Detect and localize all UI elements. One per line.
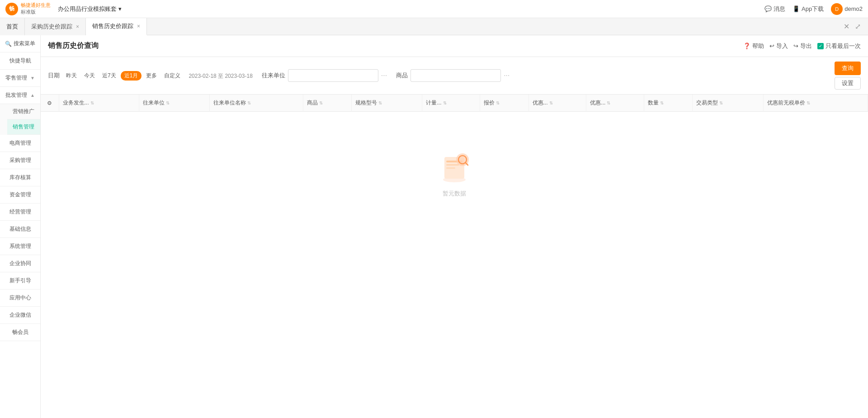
col-biz-date[interactable]: 业务发生...⇅: [59, 95, 139, 112]
goods-dots-btn[interactable]: ···: [504, 71, 509, 80]
sidebar-basic-info-label: 基础信息: [9, 225, 31, 233]
sidebar-item-member[interactable]: 畅会员: [0, 324, 40, 341]
sidebar-item-marketing[interactable]: 营销推广: [7, 104, 40, 119]
search-btn[interactable]: 查询: [835, 62, 861, 75]
sidebar-item-sales-mgmt[interactable]: 销售管理: [7, 119, 40, 135]
col-trade-type[interactable]: 交易类型⇅: [693, 95, 764, 112]
sidebar-item-guide[interactable]: 新手引导: [0, 272, 40, 290]
dropdown-icon: ▾: [118, 5, 122, 12]
date-opt-last7[interactable]: 近7天: [99, 71, 119, 81]
help-btn[interactable]: ❓ 帮助: [743, 42, 764, 50]
export-icon: ↪: [793, 43, 798, 49]
sidebar-operations-label: 经营管理: [9, 208, 31, 216]
sidebar-cooperation-label: 企业协同: [9, 260, 31, 267]
sidebar-item-purchase-mgmt[interactable]: 采购管理: [0, 152, 40, 169]
sidebar-item-app-center[interactable]: 应用中心: [0, 290, 40, 307]
sidebar-item-cooperation[interactable]: 企业协同: [0, 255, 40, 272]
app-sublabel: 标准版: [21, 9, 51, 15]
partner-dots-btn[interactable]: ···: [381, 71, 387, 80]
workspace-dropdown[interactable]: 办公用品行业模拟账套 ▾: [54, 3, 125, 15]
settings-btn[interactable]: 设置: [835, 77, 861, 90]
page-title: 销售历史价查询: [48, 41, 99, 51]
table-header-row: ⚙ 业务发生...⇅ 往来单位⇅ 往来单位名称⇅ 商品⇅ 规格型号⇅ 计量...…: [41, 95, 868, 112]
app-download-label: App下载: [802, 5, 824, 13]
tab-home[interactable]: 首页: [0, 18, 25, 35]
window-maximize-btn[interactable]: ⤢: [853, 21, 863, 32]
sidebar-quick-nav-label: 快捷导航: [9, 57, 31, 65]
goods-filter-group: 商品 ···: [396, 69, 509, 82]
top-bar: 畅 畅捷通好生意 标准版 办公用品行业模拟账套 ▾ 💬 消息 📱 App下载 D…: [0, 0, 868, 18]
tab-bar: 首页 采购历史价跟踪 × 销售历史价跟踪 × ✕ ⤢: [0, 18, 868, 35]
sidebar-item-enterprise-wechat[interactable]: 企业微信: [0, 307, 40, 324]
import-label: 导入: [776, 42, 788, 50]
sidebar-item-operations[interactable]: 经营管理: [0, 204, 40, 221]
date-opt-today[interactable]: 今天: [81, 71, 98, 81]
workspace-title: 办公用品行业模拟账套: [58, 5, 117, 13]
col-quote[interactable]: 报价⇅: [480, 95, 528, 112]
sidebar-item-quick-nav[interactable]: 快捷导航: [0, 52, 40, 70]
goods-input[interactable]: [410, 69, 501, 82]
top-bar-left: 畅 畅捷通好生意 标准版 办公用品行业模拟账套 ▾: [5, 2, 125, 15]
col-pretax-price[interactable]: 优惠前无税单价⇅: [764, 95, 868, 112]
sidebar-item-basic-info[interactable]: 基础信息: [0, 221, 40, 238]
sidebar-item-wholesale[interactable]: 批发管理 ▲: [0, 87, 40, 104]
col-partner-name[interactable]: 往来单位名称⇅: [210, 95, 303, 112]
retail-arrow-icon: ▼: [30, 76, 35, 81]
col-discount1[interactable]: 优惠...⇅: [528, 95, 586, 112]
only-last-label: 只看最后一次: [826, 42, 861, 50]
user-profile[interactable]: D demo2: [831, 3, 863, 15]
logo-area: 畅 畅捷通好生意 标准版: [5, 2, 51, 15]
tab-purchase-close[interactable]: ×: [76, 24, 79, 30]
sidebar-finance-label: 资金管理: [9, 191, 31, 199]
sidebar-item-retail[interactable]: 零售管理 ▼: [0, 70, 40, 87]
only-last-checkbox[interactable]: ✓: [817, 43, 824, 49]
table-header: ⚙ 业务发生...⇅ 往来单位⇅ 往来单位名称⇅ 商品⇅ 规格型号⇅ 计量...…: [41, 95, 868, 112]
sidebar-item-inventory[interactable]: 库存核算: [0, 169, 40, 186]
window-close-btn[interactable]: ✕: [842, 21, 851, 32]
tab-sales[interactable]: 销售历史价跟踪 ×: [86, 18, 147, 35]
message-btn[interactable]: 💬 消息: [764, 5, 785, 13]
import-btn[interactable]: ↩ 导入: [769, 42, 788, 50]
sidebar-item-finance[interactable]: 资金管理: [0, 186, 40, 204]
sidebar-guide-label: 新手引导: [9, 277, 31, 285]
export-btn[interactable]: ↪ 导出: [793, 42, 812, 50]
tab-purchase[interactable]: 采购历史价跟踪 ×: [25, 18, 86, 35]
tab-sales-close[interactable]: ×: [137, 23, 140, 29]
col-qty[interactable]: 数量⇅: [644, 95, 693, 112]
app-download-btn[interactable]: 📱 App下载: [793, 5, 824, 13]
sidebar-marketing-label: 营销推广: [13, 108, 34, 115]
col-goods[interactable]: 商品⇅: [303, 95, 351, 112]
sidebar-item-search[interactable]: 🔍 搜索菜单: [0, 35, 40, 52]
only-last-checkbox-label[interactable]: ✓ 只看最后一次: [817, 42, 861, 50]
logo-icon: 畅: [5, 3, 18, 15]
sidebar-system-label: 系统管理: [9, 242, 31, 250]
top-bar-right: 💬 消息 📱 App下载 D demo2: [764, 3, 863, 15]
message-label: 消息: [774, 5, 785, 13]
sidebar-inventory-label: 库存核算: [9, 174, 31, 181]
sidebar-item-system[interactable]: 系统管理: [0, 238, 40, 255]
tab-purchase-label: 采购历史价跟踪: [31, 23, 72, 31]
date-opt-more[interactable]: 更多: [143, 71, 160, 81]
date-opt-yesterday[interactable]: 昨天: [63, 71, 80, 81]
sidebar-app-center-label: 应用中心: [9, 294, 31, 302]
date-opt-custom[interactable]: 自定义: [161, 71, 183, 81]
svg-rect-4: [446, 167, 455, 169]
sidebar-ecommerce-label: 电商管理: [9, 139, 31, 147]
col-unit[interactable]: 计量...⇅: [422, 95, 480, 112]
app-name: 畅捷通好生意: [21, 2, 51, 8]
sidebar-item-ecommerce[interactable]: 电商管理: [0, 135, 40, 152]
user-name: demo2: [844, 5, 863, 12]
tab-home-label: 首页: [6, 23, 18, 31]
col-settings[interactable]: ⚙: [41, 95, 59, 112]
content-area: 销售历史价查询 ❓ 帮助 ↩ 导入 ↪ 导出 ✓ 只看最后一次: [41, 35, 868, 418]
col-spec[interactable]: 规格型号⇅: [351, 95, 422, 112]
partner-label: 往来单位: [262, 71, 285, 80]
col-partner-code[interactable]: 往来单位⇅: [139, 95, 210, 112]
empty-text: 暂元数据: [443, 190, 466, 198]
col-discount2[interactable]: 优惠...⇅: [586, 95, 644, 112]
partner-input[interactable]: [288, 69, 378, 82]
date-opt-last1m[interactable]: 近1月: [121, 71, 142, 81]
table-container: ⚙ 业务发生...⇅ 往来单位⇅ 往来单位名称⇅ 商品⇅ 规格型号⇅ 计量...…: [41, 95, 868, 418]
goods-label: 商品: [396, 71, 408, 80]
empty-state: 暂元数据: [41, 112, 868, 234]
